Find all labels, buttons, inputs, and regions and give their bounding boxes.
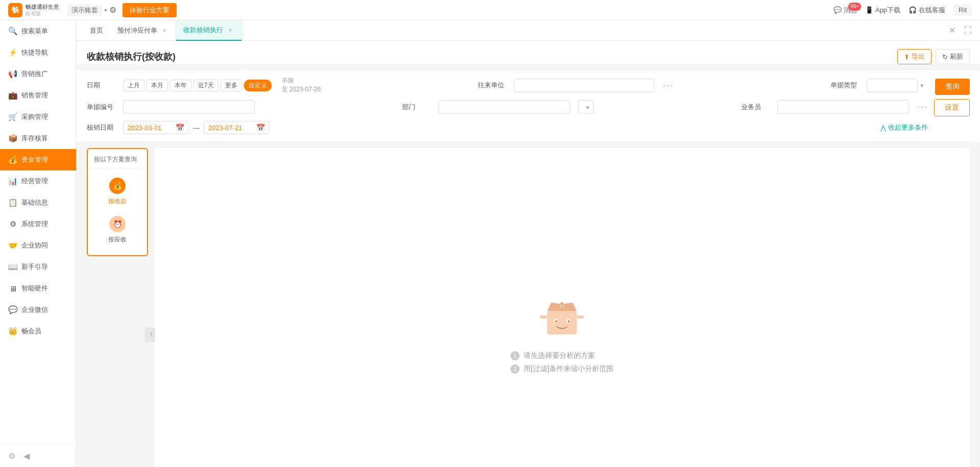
company-name[interactable]: 演示账套 (67, 5, 102, 16)
tab-verification[interactable]: 收款核销执行 × (176, 20, 242, 41)
sidebar-item-sales[interactable]: 💼 销售管理 (0, 85, 76, 106)
refresh-button[interactable]: ↻ 刷新 (936, 49, 970, 64)
counterpart-input[interactable] (514, 79, 655, 92)
collapse-icon: ⋀ (880, 124, 886, 132)
sidebar-item-quicknav[interactable]: ⚡ 快捷导航 (0, 42, 76, 63)
query-panel-title: 按以下方案查询 (88, 155, 147, 168)
calendar-start-icon[interactable]: 📅 (176, 124, 184, 132)
empty-illustration (536, 292, 587, 343)
filter-row-3: 核销日期 📅 — 📅 (87, 120, 928, 135)
query-button[interactable]: 查询 (935, 79, 970, 95)
page-content: 收款核销执行(按收款) ⬆ 导出 ↻ 刷新 (77, 41, 980, 467)
message-button[interactable]: 💬 消息 99+ (834, 6, 857, 15)
salesman-input[interactable] (777, 100, 909, 114)
settings-bottom-icon[interactable]: ⚙ (8, 451, 15, 461)
inventory-icon: 📦 (8, 134, 17, 143)
date-btn-more[interactable]: 更多 (220, 80, 242, 91)
online-service-button[interactable]: 🎧 在线客服 (909, 6, 945, 15)
counterpart-dots[interactable]: ··· (663, 80, 673, 91)
sidebar-item-finance[interactable]: 💰 资金管理 (0, 149, 76, 170)
verify-date-label: 核销日期 (87, 123, 115, 132)
date-btn-last-month[interactable]: 上月 (123, 80, 144, 91)
receivable-icon-circle: ⏰ (109, 216, 126, 232)
verify-date-end[interactable] (208, 124, 254, 132)
date-btn-this-year[interactable]: 本年 (170, 80, 191, 91)
svg-rect-7 (540, 315, 547, 318)
logo-text: 畅捷通好生意 标准版 (26, 3, 59, 17)
app-download-button[interactable]: 📱 App下载 (865, 6, 900, 15)
tab-close-prepay[interactable]: × (160, 27, 168, 35)
filter-area-inner: 日期 上月 本月 本年 近7天 更多 自定义 不限 至 (87, 77, 970, 141)
tab-bar: 首页 预付冲应付单 × 收款核销执行 × ✕ ⛶ (77, 20, 980, 41)
receivable-icon: ⏰ (113, 220, 122, 228)
export-icon: ⬆ (904, 53, 910, 61)
salesman-dots[interactable]: ··· (917, 102, 928, 112)
sidebar-item-member[interactable]: 👑 畅会员 (0, 321, 76, 342)
doctype-select-wrap (867, 79, 928, 92)
topbar-right: 💬 消息 99+ 📱 App下载 🎧 在线客服 Rit (834, 5, 972, 15)
tab-expand-icon[interactable]: ⛶ (962, 24, 974, 37)
date-btn-custom[interactable]: 自定义 (244, 80, 272, 91)
sidebar-item-management[interactable]: 📊 经营管理 (0, 170, 76, 192)
dropdown-icon[interactable]: ▾ (104, 7, 107, 14)
topbar: 畅 畅捷通好生意 标准版 演示账套 ▾ ⚙ 休验行业方案 💬 消息 99+ 📱 … (0, 0, 980, 20)
doctype-label: 单据类型 (830, 81, 859, 90)
empty-state: 1 请先选择要分析的方案 2 用[过滤]条件来缩小分析范围 (510, 292, 614, 378)
tab-home[interactable]: 首页 (83, 20, 110, 41)
filter-row-1: 日期 上月 本月 本年 近7天 更多 自定义 不限 至 (87, 77, 928, 94)
topbar-title-area: 演示账套 ▾ ⚙ 休验行业方案 (67, 3, 829, 17)
dept-input[interactable] (438, 100, 570, 114)
query-btn-area: 查询 设置 (928, 77, 970, 141)
panel-collapse-arrow[interactable]: 《 (145, 327, 155, 342)
svg-point-4 (568, 320, 570, 322)
sidebar-item-collab[interactable]: 🤝 企业协同 (0, 235, 76, 256)
hardware-icon: 🖥 (8, 284, 17, 293)
basicinfo-icon: 📋 (8, 198, 17, 207)
plan-button[interactable]: 休验行业方案 (122, 3, 177, 17)
sidebar-item-inventory[interactable]: 📦 库存核算 (0, 128, 76, 149)
sidebar-item-guide[interactable]: 📖 新手引导 (0, 256, 76, 278)
docno-label: 单据编号 (87, 103, 115, 112)
collapse-sidebar-icon[interactable]: ◀ (23, 451, 30, 461)
docno-input-wrap (123, 100, 255, 114)
empty-tip-2: 2 用[过滤]条件来缩小分析范围 (510, 364, 614, 374)
query-option-by-receipt[interactable]: 💰 按收款 (88, 173, 147, 211)
query-panel: 按以下方案查询 💰 按收款 ⏰ 按应收 (87, 148, 148, 256)
tab-close-icon[interactable]: ✕ (947, 23, 958, 37)
sidebar-item-purchase[interactable]: 🛒 采购管理 (0, 106, 76, 128)
settings-button[interactable]: 设置 (934, 99, 970, 116)
user-profile[interactable]: Rit (953, 5, 972, 15)
docno-input[interactable] (123, 100, 255, 114)
sidebar-item-hardware[interactable]: 🖥 智能硬件 (0, 278, 76, 299)
sidebar-item-system[interactable]: ⚙ 系统管理 (0, 213, 76, 235)
gear-icon[interactable]: ⚙ (109, 5, 116, 15)
message-icon: 💬 (834, 6, 842, 14)
date-btn-this-month[interactable]: 本月 (146, 80, 168, 91)
doctype-select[interactable] (867, 79, 918, 92)
dept-select[interactable] (578, 100, 594, 114)
page-title-row: 收款核销执行(按收款) ⬆ 导出 ↻ 刷新 (87, 49, 970, 64)
logo-icon: 畅 (8, 3, 22, 17)
collapse-button[interactable]: ⋀ 收起更多条件 (880, 120, 928, 135)
export-button[interactable]: ⬆ 导出 (897, 49, 932, 64)
counterpart-input-wrap (514, 79, 655, 92)
tab-prepay[interactable]: 预付冲应付单 × (110, 20, 176, 41)
filter-fields: 日期 上月 本月 本年 近7天 更多 自定义 不限 至 (87, 77, 928, 141)
sidebar-item-search[interactable]: 🔍 搜索菜单 (0, 20, 76, 42)
svg-point-3 (555, 320, 557, 322)
query-option-by-receivable[interactable]: ⏰ 按应收 (88, 211, 147, 249)
verify-date-start[interactable] (128, 124, 174, 132)
sidebar-item-marketing[interactable]: 📢 营销推广 (0, 63, 76, 85)
guide-icon: 📖 (8, 262, 17, 272)
sidebar-item-basicinfo[interactable]: 📋 基础信息 (0, 192, 76, 213)
page-actions: ⬆ 导出 ↻ 刷新 (897, 49, 970, 64)
tab-close-verification[interactable]: × (226, 26, 234, 34)
receipt-label: 按收款 (108, 197, 127, 206)
date-btn-7days[interactable]: 近7天 (193, 80, 218, 91)
quicknav-icon: ⚡ (8, 48, 17, 57)
svg-rect-8 (577, 315, 584, 318)
empty-tip-1: 1 请先选择要分析的方案 (510, 351, 614, 360)
sidebar-item-weixin[interactable]: 💬 企业微信 (0, 299, 76, 321)
calendar-end-icon[interactable]: 📅 (256, 124, 265, 132)
dept-input-wrap (438, 100, 570, 114)
